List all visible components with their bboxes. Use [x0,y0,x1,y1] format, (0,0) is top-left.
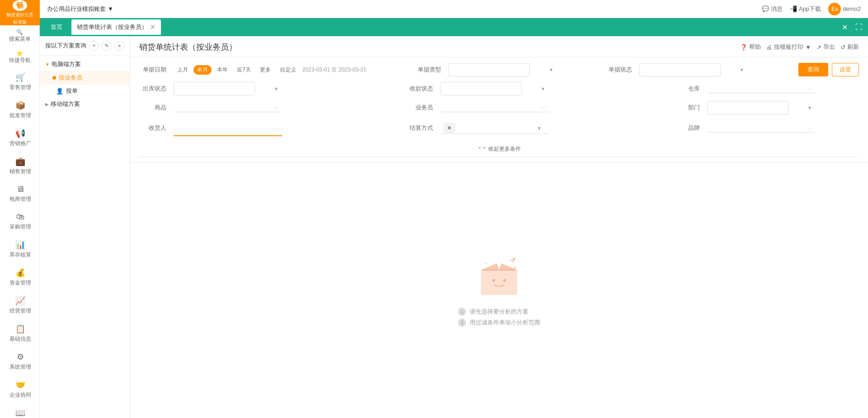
settle-control: ✕ [440,123,549,134]
enterprise-icon: 🤝 [15,380,25,390]
settle-tag-close[interactable]: ✕ [447,125,452,131]
left-panel-header: 按以下方案查询 + ✎ « [40,36,130,56]
edit-scheme-button[interactable]: ✎ [102,41,112,51]
tree-collapsed-icon: ▶ [45,102,49,107]
query-button[interactable]: 查询 [798,63,828,76]
type-select-wrapper [448,63,557,76]
collapse-panel-button[interactable]: « [114,41,124,51]
tabbar: 首页 销货单统计表（按业务员） ✕ ✕ ⛶ [40,18,868,36]
status-select[interactable] [639,63,721,76]
type-select[interactable] [448,63,530,76]
tab-home-label: 首页 [51,23,62,31]
sidebar-item-system[interactable]: ⚙ 系统管理 [0,347,39,375]
sidebar-item-retail[interactable]: 🛒 零售管理 [0,68,39,96]
sidebar-item-inventory[interactable]: 📊 库存核算 [0,235,39,263]
date-tab-last-month[interactable]: 上月 [174,65,192,75]
tree-mobile-parent[interactable]: ▶ 移动端方案 [40,97,130,111]
warehouse-label: 仓库 [673,85,700,93]
sidebar-item-enterprise[interactable]: 🤝 企业协同 [0,375,39,404]
salesman-dots[interactable]: ··· [540,104,545,111]
collapse-more-button[interactable]: ⌃⌃ 收起更多条件 [139,142,859,157]
sidebar-item-finance[interactable]: 💰 资金管理 [0,263,39,291]
sidebar-logo[interactable]: 畅 畅捷通好生意 标准版 [0,0,40,25]
export-button[interactable]: ↗ 导出 [816,43,835,51]
app-download-icon: 📲 [790,5,797,12]
content-area: 按以下方案查询 + ✎ « ▼ 电脑端方案 按业务员 [40,36,868,418]
operations-icon: 📈 [15,296,25,306]
topbar-title-dropdown[interactable]: 办公用品行业模拟账套 ▼ [47,5,113,13]
action-buttons: 查询 设置 [798,63,859,76]
inventory-icon: 📊 [15,240,25,250]
logo-subtext: 标准版 [13,19,27,25]
receipt-select[interactable] [440,82,522,95]
sidebar-item-basic[interactable]: 📋 基础信息 [0,319,39,347]
page-header-actions: ❓ 帮助 🖨 按模板打印 ▼ ↗ 导出 ↺ [740,43,859,51]
left-panel-title: 按以下方案查询 [45,42,86,50]
message-icon: 💬 [762,5,769,12]
tree-item-by-salesman[interactable]: 按业务员 [40,71,130,85]
date-tab-this-year[interactable]: 本年 [213,65,231,75]
newguide-icon: 📖 [15,408,25,418]
collapse-label: 收起更多条件 [488,145,521,153]
settle-tag: ✕ [444,124,455,133]
outstock-select[interactable] [174,82,255,95]
tree: ▼ 电脑端方案 按业务员 👤 按单 ▶ 移动端方案 [40,56,130,113]
print-label: 按模板打印 [774,43,803,51]
left-panel: 按以下方案查询 + ✎ « ▼ 电脑端方案 按业务员 [40,36,130,418]
user-name: demo2 [843,5,861,12]
topbar-app-download[interactable]: 📲 App下载 [790,5,821,13]
topbar-message[interactable]: 💬 消息 [762,5,783,13]
refresh-button[interactable]: ↺ 刷新 [840,43,859,51]
receiver-dots[interactable]: ··· [274,124,278,131]
topbar-right: 💬 消息 📲 App下载 Ea demo2 [762,3,861,15]
date-tab-custom[interactable]: 自定义 [276,65,300,75]
help-button[interactable]: ❓ 帮助 [740,43,761,51]
tab-sales-stat[interactable]: 销货单统计表（按业务员） ✕ [71,19,161,35]
sidebar-item-marketing[interactable]: 📢 营销推广 [0,124,39,152]
basic-icon: 📋 [15,324,25,334]
warehouse-control: ··· [707,84,816,93]
tabbar-right: ✕ ⛶ [839,22,864,33]
goods-label: 商品 [139,104,166,112]
date-tab-this-month[interactable]: 本月 [193,65,212,75]
search-icon: 🔍 [16,29,23,35]
brand-label: 品牌 [673,124,700,132]
sidebar-nav: 🔍 搜索菜单 ⭐ 快捷导航 🛒 零售管理 📦 批发管理 📢 营销推广 💼 销售管… [0,25,39,418]
brand-dots[interactable]: ··· [807,124,812,131]
export-label: 导出 [823,43,835,51]
add-scheme-button[interactable]: + [89,41,99,51]
tab-home[interactable]: 首页 [43,18,70,36]
sidebar-item-purchase[interactable]: 🛍 采购管理 [0,208,39,235]
tab-close-button[interactable]: ✕ [839,22,850,33]
tab-close-icon[interactable]: ✕ [150,24,156,30]
settings-button[interactable]: 设置 [832,63,859,76]
tip-num-2: 2 [458,318,466,327]
empty-illustration [472,254,526,299]
tab-expand-button[interactable]: ⛶ [854,22,864,33]
goods-control: ··· [174,103,282,112]
tip-num-1: 1 [458,308,466,316]
topbar-message-label: 消息 [771,5,783,13]
sidebar: 畅 畅捷通好生意 标准版 🔍 搜索菜单 ⭐ 快捷导航 🛒 零售管理 📦 批发管理… [0,0,40,418]
tree-item-by-order[interactable]: 👤 按单 [40,85,130,97]
sidebar-item-newguide[interactable]: 📖 新手引导 [0,404,39,418]
print-button[interactable]: 🖨 按模板打印 ▼ [766,43,811,51]
date-tab-7days[interactable]: 近7天 [233,65,255,75]
sidebar-item-quick[interactable]: ⭐ 快捷导航 [0,47,39,68]
sidebar-item-ecommerce[interactable]: 🖥 电商管理 [0,180,39,208]
goods-dots[interactable]: ··· [274,104,278,111]
dept-select[interactable] [707,101,788,114]
sidebar-item-wholesale[interactable]: 📦 批发管理 [0,96,39,124]
sidebar-item-search[interactable]: 🔍 搜索菜单 [0,25,39,47]
date-tab-more[interactable]: 更多 [256,65,274,75]
warehouse-dots[interactable]: ··· [807,85,812,92]
sidebar-item-sales[interactable]: 💼 销售管理 [0,152,39,180]
sidebar-item-basic-label: 基础信息 [9,335,31,343]
tree-desktop-parent[interactable]: ▼ 电脑端方案 [40,57,130,71]
topbar-user[interactable]: Ea demo2 [828,3,861,15]
sidebar-item-operations[interactable]: 📈 经营管理 [0,291,39,319]
svg-rect-0 [481,270,517,295]
receiver-input[interactable] [177,121,274,134]
tree-by-salesman-label: 按业务员 [59,74,82,82]
logo-text: 畅捷通好生意 [6,12,33,18]
